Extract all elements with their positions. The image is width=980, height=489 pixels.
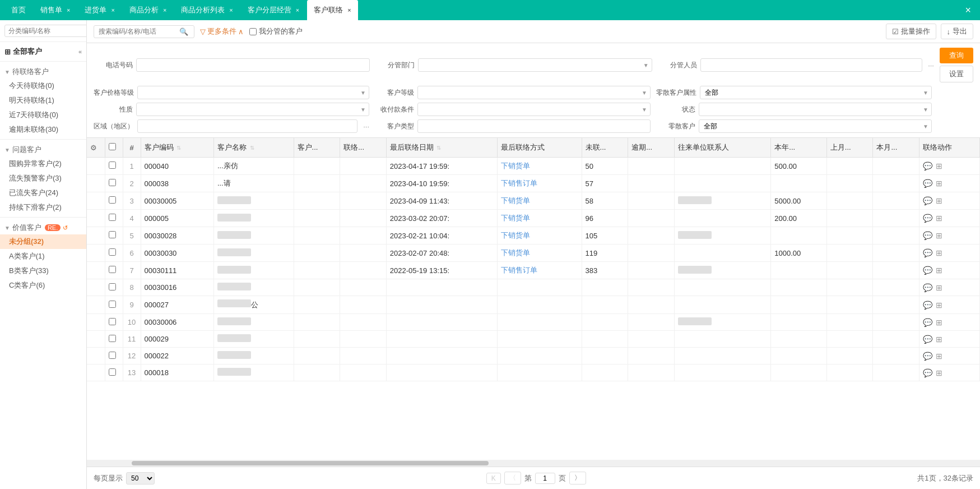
contact-method-link[interactable]: 下销货单 <box>501 231 530 239</box>
grid-action-icon[interactable]: ⊞ <box>936 162 942 170</box>
region-input[interactable] <box>137 119 357 133</box>
sidebar-item-today-pending[interactable]: 今天待联络(0) <box>0 79 86 93</box>
message-icon[interactable]: 💬 <box>923 196 932 205</box>
sidebar-all-customers[interactable]: ⊞ 全部客户 « <box>0 42 86 59</box>
prev-page-button[interactable]: 〈 <box>504 472 521 485</box>
next-page-button[interactable]: 〉 <box>569 472 586 485</box>
tab-product-analysis[interactable]: 商品分析 × <box>123 0 173 20</box>
row-checkbox[interactable] <box>109 318 116 325</box>
row-checkbox[interactable] <box>109 368 116 376</box>
grid-action-icon[interactable]: ⊞ <box>936 352 942 361</box>
grid-action-icon[interactable]: ⊞ <box>936 283 942 292</box>
row-checkbox[interactable] <box>109 179 116 186</box>
row-checkbox[interactable] <box>109 283 116 290</box>
tab-customer-tier[interactable]: 客户分层经营 × <box>241 0 306 20</box>
attr-select[interactable]: 全部 <box>700 86 932 99</box>
message-icon[interactable]: 💬 <box>923 231 932 240</box>
close-icon[interactable]: × <box>67 7 70 13</box>
contact-method-link[interactable]: 下销售订单 <box>501 266 537 274</box>
grid-action-icon[interactable]: ⊞ <box>936 368 942 377</box>
refresh-icon[interactable]: ↺ <box>63 224 68 232</box>
sidebar-group-value[interactable]: ▼ 价值客户 RE. ↺ <box>0 220 86 234</box>
nature-select[interactable] <box>136 103 369 116</box>
message-icon[interactable]: 💬 <box>923 266 932 275</box>
more-conditions-button[interactable]: ▽ 更多条件 ∧ <box>200 26 244 36</box>
person-input[interactable] <box>700 58 922 72</box>
tab-customer-contact[interactable]: 客户联络 × <box>307 0 357 20</box>
tab-product-analysis-list[interactable]: 商品分析列表 × <box>174 0 239 20</box>
grid-action-icon[interactable]: ⊞ <box>936 231 942 240</box>
row-checkbox[interactable] <box>109 214 116 221</box>
price-level-select[interactable] <box>137 86 369 99</box>
horizontal-scrollbar[interactable] <box>87 460 980 467</box>
first-page-button[interactable]: K <box>486 473 501 484</box>
row-checkbox[interactable] <box>109 162 116 169</box>
grid-action-icon[interactable]: ⊞ <box>936 179 942 188</box>
grid-action-icon[interactable]: ⊞ <box>936 248 942 257</box>
message-icon[interactable]: 💬 <box>923 214 932 223</box>
contact-method-link[interactable]: 下销货单 <box>501 196 530 205</box>
code-col-header[interactable]: 客户编码 ⇅ <box>141 138 213 158</box>
close-window-button[interactable]: × <box>960 4 976 16</box>
name-col-header[interactable]: 客户名称 ⇅ <box>213 138 294 158</box>
sidebar-item-unclassified[interactable]: 未分组(32) <box>0 234 86 249</box>
row-checkbox[interactable] <box>109 248 116 256</box>
sidebar-item-overdue[interactable]: 逾期未联络(30) <box>0 122 86 137</box>
tab-purchase[interactable]: 进货单 × <box>78 0 121 20</box>
status-select[interactable] <box>699 103 932 116</box>
grid-action-icon[interactable]: ⊞ <box>936 335 942 344</box>
sidebar-item-class-c[interactable]: C类客户(6) <box>0 278 86 293</box>
batch-op-button[interactable]: ☑ 批量操作 <box>886 24 936 39</box>
tab-sales[interactable]: 销售单 × <box>34 0 77 20</box>
sidebar-item-7days-pending[interactable]: 近7天待联络(0) <box>0 108 86 122</box>
phone-input[interactable] <box>136 58 370 72</box>
row-checkbox[interactable] <box>109 301 116 308</box>
select-all-checkbox[interactable] <box>109 143 116 150</box>
sidebar-item-tomorrow-pending[interactable]: 明天待联络(1) <box>0 93 86 108</box>
message-icon[interactable]: 💬 <box>923 318 932 327</box>
customer-level-select[interactable] <box>417 86 651 99</box>
dept-select[interactable] <box>418 58 652 72</box>
message-icon[interactable]: 💬 <box>923 301 932 310</box>
region-dots-button[interactable]: ··· <box>363 122 369 131</box>
message-icon[interactable]: 💬 <box>923 179 932 188</box>
payment-select[interactable] <box>417 103 651 116</box>
sidebar-item-churn-warning[interactable]: 流失预警客户(3) <box>0 171 86 186</box>
close-icon[interactable]: × <box>347 7 351 13</box>
sidebar-item-declining[interactable]: 持续下滑客户(2) <box>0 200 86 215</box>
message-icon[interactable]: 💬 <box>923 335 932 344</box>
message-icon[interactable]: 💬 <box>923 352 932 361</box>
sidebar-item-class-b[interactable]: B类客户(33) <box>0 264 86 278</box>
contact-method-link[interactable]: 下销货单 <box>501 162 530 170</box>
sidebar-item-hoarding-abnormal[interactable]: 囤购异常客户(2) <box>0 156 86 171</box>
grid-action-icon[interactable]: ⊞ <box>936 196 942 205</box>
message-icon[interactable]: 💬 <box>923 368 932 377</box>
retail-select[interactable]: 全部 <box>699 119 932 133</box>
message-icon[interactable]: 💬 <box>923 248 932 257</box>
contact-method-link[interactable]: 下销货单 <box>501 214 530 222</box>
settings-icon[interactable]: ⚙ <box>90 144 97 152</box>
sidebar-search-input[interactable] <box>4 25 87 37</box>
contact-method-link[interactable]: 下销售订单 <box>501 179 537 187</box>
page-number-input[interactable] <box>535 473 555 484</box>
sidebar-item-churned[interactable]: 已流失客户(24) <box>0 186 86 200</box>
row-checkbox[interactable] <box>109 266 116 273</box>
main-search-input[interactable] <box>99 27 177 35</box>
reset-button[interactable]: 设置 <box>940 66 973 82</box>
sidebar-group-pending[interactable]: ▼ 待联络客户 <box>0 64 86 79</box>
tab-home[interactable]: 首页 <box>4 0 32 20</box>
person-dots-button[interactable]: ··· <box>928 61 934 70</box>
sidebar-item-class-a[interactable]: A类客户(1) <box>0 249 86 264</box>
page-size-select[interactable]: 50 20 100 <box>126 472 155 485</box>
grid-action-icon[interactable]: ⊞ <box>936 266 942 275</box>
close-icon[interactable]: × <box>296 7 299 13</box>
close-icon[interactable]: × <box>111 7 114 13</box>
close-icon[interactable]: × <box>163 7 166 13</box>
my-customers-checkbox[interactable] <box>249 28 257 35</box>
message-icon[interactable]: 💬 <box>923 283 932 292</box>
last-contact-date-col-header[interactable]: 最后联络日期 ⇅ <box>386 138 497 158</box>
scrollbar-thumb[interactable] <box>132 461 489 465</box>
row-checkbox[interactable] <box>109 231 116 238</box>
customer-type-input[interactable] <box>417 119 651 133</box>
grid-action-icon[interactable]: ⊞ <box>936 214 942 223</box>
